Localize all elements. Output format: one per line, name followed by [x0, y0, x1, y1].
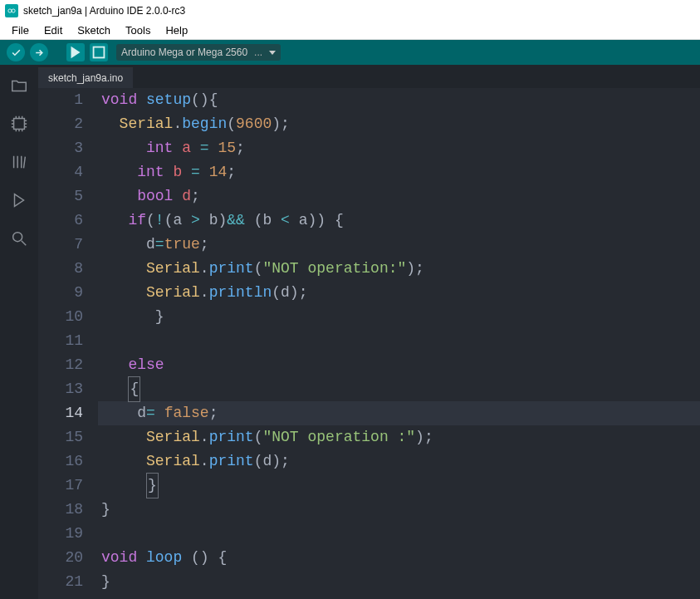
verify-button[interactable]	[7, 43, 25, 61]
code-line[interactable]: Serial.print("NOT operation :");	[98, 425, 700, 449]
code-line[interactable]	[98, 329, 700, 353]
menu-edit[interactable]: Edit	[37, 22, 69, 38]
folder-icon[interactable]	[1, 70, 37, 101]
line-number-gutter: 123456789101112131415161718192021	[38, 88, 98, 599]
left-sidebar	[0, 65, 38, 599]
svg-point-1	[12, 9, 15, 12]
code-line[interactable]	[98, 522, 700, 546]
line-number: 8	[38, 257, 83, 281]
code-line[interactable]: }	[98, 570, 700, 594]
line-number: 3	[38, 136, 83, 160]
library-icon[interactable]	[1, 146, 37, 178]
line-number: 21	[38, 570, 83, 594]
line-number: 12	[38, 353, 83, 377]
board-selector[interactable]: Arduino Mega or Mega 2560 ...	[116, 44, 281, 61]
editor-tab[interactable]: sketch_jan9a.ino	[38, 67, 133, 88]
line-number: 11	[38, 329, 83, 353]
code-line[interactable]: void loop () {	[98, 546, 700, 570]
board-dots: ...	[254, 47, 262, 58]
svg-rect-2	[94, 47, 105, 58]
svg-rect-3	[14, 119, 25, 130]
menubar: File Edit Sketch Tools Help	[0, 22, 700, 40]
editor-tabbar: sketch_jan9a.ino	[38, 65, 700, 88]
code-line[interactable]: Serial.println(d);	[98, 281, 700, 305]
line-number: 15	[38, 425, 83, 449]
menu-tools[interactable]: Tools	[119, 22, 157, 38]
code-line[interactable]: d= false;	[98, 401, 700, 425]
window-titlebar: sketch_jan9a | Arduino IDE 2.0.0-rc3	[0, 0, 700, 22]
line-number: 13	[38, 377, 83, 401]
line-number: 19	[38, 522, 83, 546]
search-icon[interactable]	[1, 223, 37, 254]
code-line[interactable]: Serial.print("NOT operation:");	[98, 257, 700, 281]
code-line[interactable]: int a = 15;	[98, 136, 700, 160]
line-number: 9	[38, 281, 83, 305]
code-line[interactable]: bool d;	[98, 184, 700, 209]
app-icon	[5, 4, 18, 17]
window-title: sketch_jan9a | Arduino IDE 2.0.0-rc3	[23, 5, 185, 17]
debug-icon[interactable]	[1, 184, 37, 216]
code-editor[interactable]: 123456789101112131415161718192021 void s…	[38, 88, 700, 599]
line-number: 6	[38, 209, 83, 233]
line-number: 2	[38, 112, 83, 136]
code-line[interactable]: }	[98, 498, 700, 522]
code-line[interactable]: }	[98, 305, 700, 329]
debug-button[interactable]	[66, 43, 85, 61]
code-line[interactable]: d=true;	[98, 233, 700, 257]
svg-point-4	[13, 233, 22, 242]
code-line[interactable]: }	[98, 474, 700, 498]
unknown-tool-button[interactable]	[90, 43, 108, 61]
upload-button[interactable]	[30, 43, 48, 61]
line-number: 14	[38, 401, 83, 425]
line-number: 4	[38, 160, 83, 184]
line-number: 20	[38, 546, 83, 570]
line-number: 5	[38, 184, 83, 209]
line-number: 1	[38, 88, 83, 112]
menu-help[interactable]: Help	[159, 22, 194, 38]
code-line[interactable]: Serial.begin(9600);	[98, 112, 700, 136]
board-name: Arduino Mega or Mega 2560	[121, 47, 247, 58]
line-number: 7	[38, 233, 83, 257]
chevron-down-icon	[269, 51, 276, 55]
code-line[interactable]: Serial.print(d);	[98, 449, 700, 474]
code-line[interactable]: else	[98, 353, 700, 377]
code-line[interactable]: int b = 14;	[98, 160, 700, 184]
code-area[interactable]: void setup(){ Serial.begin(9600); int a …	[98, 88, 700, 599]
menu-file[interactable]: File	[5, 22, 36, 38]
code-line[interactable]: void setup(){	[98, 88, 700, 112]
menu-sketch[interactable]: Sketch	[71, 22, 117, 38]
line-number: 16	[38, 449, 83, 474]
svg-point-0	[8, 9, 12, 12]
line-number: 17	[38, 474, 83, 498]
line-number: 18	[38, 498, 83, 522]
code-line[interactable]: if(!(a > b)&& (b < a)) {	[98, 209, 700, 233]
line-number: 10	[38, 305, 83, 329]
toolbar: Arduino Mega or Mega 2560 ...	[0, 40, 700, 65]
board-manager-icon[interactable]	[1, 108, 37, 140]
code-line[interactable]: {	[98, 377, 700, 401]
